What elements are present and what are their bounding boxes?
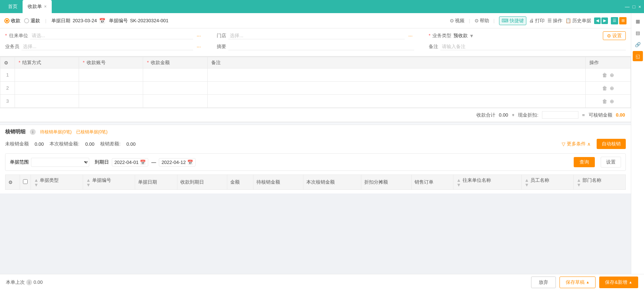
gear-icon: ⚙ <box>4 60 8 66</box>
window-close-btn[interactable]: × <box>638 4 641 9</box>
more-conditions-btn[interactable]: ▽ 更多条件 ∧ <box>562 141 591 147</box>
prev-arrow[interactable]: ◀ <box>594 17 601 24</box>
btcol-current: 本次核销金额 <box>303 175 361 190</box>
tab-bar: 首页 收款单 × — □ × <box>0 0 644 13</box>
bottom-table: ⚙ ▲▼ 单据类型 ▲▼ 单据编号 单据日期 收款到期 <box>5 175 626 190</box>
btcol-gear[interactable]: ⚙ <box>5 175 20 190</box>
tab-receipt[interactable]: 收款单 × <box>23 0 52 13</box>
section-divider <box>0 122 631 125</box>
copy-icon-2[interactable]: ⊕ <box>610 85 614 91</box>
summary-row: 收款合计 0.00 + 现金折扣: = 可核销金额 0.00 <box>0 108 631 122</box>
cell-remark-2[interactable] <box>207 82 586 95</box>
help-btn[interactable]: ⊙ 帮助 <box>475 17 489 24</box>
verification-title: 核销明细 <box>5 129 25 135</box>
btcol-no: ▲▼ 单据编号 <box>83 175 135 190</box>
print-btn[interactable]: 🖨 打印 <box>529 17 545 24</box>
grid-view-icon[interactable]: ⊞ <box>619 17 627 24</box>
delete-icon-2[interactable]: 🗑 <box>602 85 607 91</box>
unchecked-value: 0.00 <box>35 141 44 147</box>
auto-verify-btn[interactable]: 自动核销 <box>597 139 626 149</box>
summary-input[interactable] <box>228 43 414 50</box>
save-draft-btn[interactable]: 保存草稿 ▲ <box>559 277 596 288</box>
equals-sign: = <box>582 112 585 118</box>
date-range-dash: — <box>151 160 156 165</box>
date-to-wrap: 2022-04-12 📅 <box>159 158 196 166</box>
done-tab[interactable]: 已核销单据(0笔) <box>76 129 108 135</box>
window-min-btn[interactable]: — <box>625 4 630 9</box>
save-draft-label: 保存草稿 <box>566 279 585 286</box>
window-controls: — □ × <box>625 4 641 9</box>
settings-btn[interactable]: ⚙ 设置 <box>603 31 626 40</box>
staff-input[interactable] <box>21 43 193 50</box>
discount-input[interactable] <box>542 111 578 119</box>
tab-close-icon[interactable]: × <box>44 4 47 9</box>
diff-label: 核销差额: <box>100 141 121 147</box>
cell-settle-2[interactable] <box>15 82 79 95</box>
next-arrow[interactable]: ▶ <box>601 17 608 24</box>
cell-account-1[interactable] <box>79 68 143 82</box>
client-label: * 往来单位 <box>5 32 28 39</box>
shortcut-btn[interactable]: ⌨ 快捷键 <box>499 16 526 25</box>
toolbar-no-field: 单据编号 SK-20230324-001 <box>109 17 169 24</box>
cell-amount-1[interactable] <box>143 68 207 82</box>
client-more-btn[interactable]: ··· <box>195 33 203 39</box>
cell-remark-1[interactable] <box>207 68 586 82</box>
table-settings-btn[interactable]: 设置 <box>601 157 621 168</box>
cell-amount-2[interactable] <box>143 82 207 95</box>
calendar-from-icon[interactable]: 📅 <box>140 160 146 165</box>
tab-home[interactable]: 首页 <box>3 0 23 13</box>
col-remark-header: 备注 <box>207 57 586 68</box>
list-view-icon[interactable]: ☰ <box>611 17 618 24</box>
client-input[interactable] <box>30 32 193 39</box>
right-panel-receipt-icon[interactable]: ▤ <box>633 28 643 38</box>
right-panel: ▦ ▤ 🔗 ◱ <box>631 13 644 274</box>
store-input[interactable] <box>228 32 405 39</box>
info-icon[interactable]: i <box>30 129 36 135</box>
delete-icon-1[interactable]: 🗑 <box>602 72 607 78</box>
right-panel-table-icon[interactable]: ▦ <box>633 16 643 26</box>
plus-sign: + <box>512 112 515 118</box>
discard-btn[interactable]: 放弃 <box>531 277 556 288</box>
cell-settle-1[interactable] <box>15 68 79 82</box>
cell-action-3: 🗑 ⊕ <box>586 95 631 108</box>
pending-tab[interactable]: 待核销单据(0笔) <box>40 129 72 135</box>
cell-account-2[interactable] <box>79 82 143 95</box>
receipt-tab-label: 收款单 <box>28 3 42 10</box>
operation-btn[interactable]: ☰ 操作 <box>547 17 562 24</box>
copy-icon-1[interactable]: ⊕ <box>610 72 614 78</box>
cell-amount-3[interactable] <box>143 95 207 108</box>
main-content: 收款 退款 | 单据日期 2023-03-24 📅 单据编号 SK-202303… <box>0 13 644 274</box>
calendar-icon[interactable]: 📅 <box>99 18 105 24</box>
remark-input[interactable] <box>440 43 626 50</box>
cell-settle-3[interactable] <box>15 95 79 108</box>
history-btn[interactable]: 📋 历史单据 <box>565 17 591 24</box>
discount-label: 现金折扣: <box>518 112 538 118</box>
calendar-to-icon[interactable]: 📅 <box>187 160 193 165</box>
col-action-header: 操作 <box>586 57 631 68</box>
date-range: 到期日 2022-04-01 📅 — 2022-04-12 📅 <box>95 158 196 166</box>
select-all-checkbox[interactable] <box>23 179 28 184</box>
save-draft-arrow-icon: ▲ <box>586 280 590 284</box>
type-select[interactable]: 预收款 ▼ <box>453 32 474 39</box>
video-btn[interactable]: ⊙ 视频 <box>450 17 464 24</box>
cell-account-3[interactable] <box>79 95 143 108</box>
store-more-btn[interactable]: ··· <box>407 33 414 39</box>
help-icon: ⊙ <box>475 18 479 23</box>
radio-receipt[interactable]: 收款 <box>4 17 20 24</box>
query-btn[interactable]: 查询 <box>574 157 595 167</box>
delete-icon-3[interactable]: 🗑 <box>602 98 607 104</box>
cell-remark-3[interactable] <box>207 95 586 108</box>
right-panel-active-icon[interactable]: ◱ <box>633 51 643 61</box>
footer: 本单上次 i 0.00 放弃 保存草稿 ▲ 保存&新增 ▲ <box>0 274 644 290</box>
save-new-btn[interactable]: 保存&新增 ▲ <box>599 277 638 288</box>
verification-header: 核销明细 i 待核销单据(0笔) 已核销单据(0笔) <box>5 129 626 135</box>
range-select[interactable] <box>31 158 89 167</box>
right-panel-attach-icon[interactable]: 🔗 <box>633 39 643 50</box>
copy-icon-3[interactable]: ⊕ <box>610 98 614 104</box>
last-info-icon[interactable]: i <box>26 279 32 285</box>
col-gear[interactable]: ⚙ <box>0 57 15 68</box>
staff-more-btn[interactable]: ··· <box>195 44 203 50</box>
window-max-btn[interactable]: □ <box>633 4 636 9</box>
verifiable-label: 可核销金额 <box>589 112 612 118</box>
radio-refund[interactable]: 退款 <box>24 17 40 24</box>
